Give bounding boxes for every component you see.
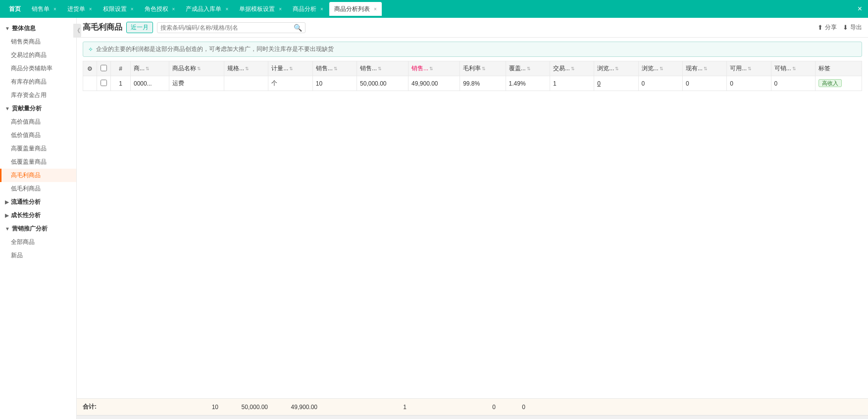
- sidebar: ▼ 整体信息 销售类商品 交易过的商品 商品分类辅助率 有库存的商品 库存资金占…: [0, 18, 77, 419]
- close-all-button[interactable]: ×: [856, 2, 864, 15]
- expand-arrow-icon: ▶: [5, 213, 9, 218]
- sort-icon: ⇅: [615, 66, 619, 71]
- sidebar-item-new-goods[interactable]: 新品: [0, 249, 76, 262]
- row-spec-cell: [224, 76, 268, 91]
- row-code-cell: 0000...: [131, 76, 169, 91]
- row-current-stock-cell: 0: [682, 76, 726, 91]
- sidebar-group-marketing[interactable]: ▼ 营销推广分析: [0, 222, 76, 235]
- select-all-checkbox[interactable]: [101, 65, 107, 71]
- row-coverage-cell: 1.49%: [506, 76, 550, 91]
- close-icon[interactable]: ×: [279, 6, 282, 12]
- nav-tab-product-analysis[interactable]: 商品分析 ×: [288, 2, 328, 16]
- footer-sales-amt: 50,000.00: [221, 404, 271, 411]
- col-header-num: #: [111, 61, 131, 76]
- sort-icon: ⇅: [704, 66, 708, 71]
- sidebar-item-high-coverage[interactable]: 高覆盖量商品: [0, 142, 76, 155]
- close-icon[interactable]: ×: [53, 6, 56, 12]
- col-header-browse2: 浏览... ⇅: [638, 61, 682, 76]
- sidebar-item-low-margin[interactable]: 低毛利商品: [0, 182, 76, 195]
- content-area: 高毛利商品 近一月 🔍 ⬆ 分享 ⬇ 导出 ✧ 企业的主要的利润都是这部分商品创…: [77, 18, 868, 419]
- sidebar-group-growth[interactable]: ▶ 成长性分析: [0, 209, 76, 222]
- row-sales-amt-cell: 50,000.00: [357, 76, 408, 91]
- main-layout: ▼ 整体信息 销售类商品 交易过的商品 商品分类辅助率 有库存的商品 库存资金占…: [0, 18, 868, 419]
- sort-icon: ⇅: [429, 66, 433, 71]
- expand-arrow-icon: ▼: [5, 226, 10, 232]
- sidebar-item-high-margin[interactable]: 高毛利商品: [0, 169, 76, 182]
- data-table: ⚙ # 商... ⇅: [83, 61, 862, 91]
- sort-icon: ⇅: [289, 66, 293, 71]
- nav-tab-home[interactable]: 首页: [4, 2, 26, 16]
- row-sales-qty-cell: 10: [312, 76, 357, 91]
- nav-tab-template[interactable]: 单据模板设置 ×: [234, 2, 287, 16]
- row-checkbox-cell[interactable]: [97, 76, 111, 91]
- sidebar-collapse-button[interactable]: 《: [73, 24, 81, 38]
- close-icon[interactable]: ×: [131, 6, 134, 12]
- nav-tab-sales[interactable]: 销售单 ×: [27, 2, 61, 16]
- close-icon[interactable]: ×: [172, 6, 175, 12]
- footer-available: 0: [499, 404, 528, 411]
- sidebar-item-low-value[interactable]: 低价值商品: [0, 129, 76, 142]
- sidebar-group-contribution[interactable]: ▼ 贡献量分析: [0, 102, 76, 115]
- footer-current-stock: 0: [469, 404, 499, 411]
- horizontal-scrollbar[interactable]: [77, 415, 868, 419]
- nav-tab-role[interactable]: 角色授权 ×: [140, 2, 180, 16]
- table-container[interactable]: ⚙ # 商... ⇅: [83, 61, 862, 398]
- row-trade-cell: 1: [550, 76, 594, 91]
- sort-icon: ⇅: [571, 66, 575, 71]
- row-settings-cell: [83, 76, 97, 91]
- sidebar-item-high-value[interactable]: 高价值商品: [0, 115, 76, 129]
- row-name-cell[interactable]: 运费: [169, 76, 224, 91]
- col-header-sales-amt: 销售... ⇅: [357, 61, 408, 76]
- info-banner: ✧ 企业的主要的利润都是这部分商品创造的，可考虑加大推广，同时关注库存是不要出现…: [83, 42, 862, 57]
- sidebar-item-traded-goods[interactable]: 交易过的商品: [0, 48, 76, 62]
- col-header-sales-profit: 销售... ⇅: [408, 61, 460, 76]
- settings-icon[interactable]: ⚙: [87, 65, 93, 72]
- nav-tab-analysis-list[interactable]: 商品分析列表 ×: [329, 2, 382, 16]
- footer-gross-margin: [320, 404, 350, 411]
- nav-tab-purchase[interactable]: 进货单 ×: [62, 2, 97, 16]
- top-navigation: 首页 销售单 × 进货单 × 权限设置 × 角色授权 × 产成品入库单 × 单据…: [0, 0, 868, 18]
- footer-sales-qty: 10: [182, 404, 221, 411]
- sort-icon: ⇅: [748, 66, 752, 71]
- search-icon[interactable]: 🔍: [294, 24, 302, 32]
- export-button[interactable]: ⬇ 导出: [843, 23, 862, 32]
- filter-month-button[interactable]: 近一月: [126, 22, 153, 33]
- info-icon: ✧: [88, 46, 93, 53]
- sidebar-item-stock-capital[interactable]: 库存资金占用: [0, 89, 76, 102]
- footer-coverage: [350, 404, 380, 411]
- export-icon: ⬇: [843, 24, 848, 31]
- col-header-coverage: 覆盖... ⇅: [506, 61, 550, 76]
- row-checkbox[interactable]: [101, 80, 107, 86]
- row-unit-cell: 个: [268, 76, 312, 91]
- page-title: 高毛利商品: [83, 22, 122, 33]
- sort-icon: ⇅: [527, 66, 531, 71]
- sidebar-item-low-coverage[interactable]: 低覆盖量商品: [0, 155, 76, 169]
- sidebar-group-circulation[interactable]: ▶ 流通性分析: [0, 195, 76, 209]
- row-num-cell: 1: [111, 76, 131, 91]
- share-icon: ⬆: [817, 24, 823, 31]
- col-header-settings[interactable]: ⚙: [83, 61, 97, 76]
- close-icon[interactable]: ×: [320, 6, 323, 12]
- sort-icon: ⇅: [378, 66, 382, 71]
- sidebar-item-in-stock[interactable]: 有库存的商品: [0, 75, 76, 89]
- search-input[interactable]: [160, 24, 292, 31]
- nav-tab-product-in[interactable]: 产成品入库单 ×: [181, 2, 233, 16]
- share-button[interactable]: ⬆ 分享: [817, 23, 837, 32]
- expand-arrow-icon: ▼: [5, 106, 10, 111]
- sidebar-item-all-goods[interactable]: 全部商品: [0, 235, 76, 249]
- row-browse1-cell[interactable]: 0: [594, 76, 638, 91]
- col-header-name: 商品名称 ⇅: [169, 61, 224, 76]
- sort-icon: ⇅: [334, 66, 338, 71]
- footer-browse1: [409, 404, 439, 411]
- col-header-available: 可用... ⇅: [727, 61, 771, 76]
- close-icon[interactable]: ×: [225, 6, 228, 12]
- col-header-trade: 交易... ⇅: [550, 61, 594, 76]
- close-icon[interactable]: ×: [374, 6, 377, 12]
- sidebar-item-sales-goods[interactable]: 销售类商品: [0, 35, 76, 48]
- sort-icon: ⇅: [146, 66, 150, 71]
- col-header-checkbox[interactable]: [97, 61, 111, 76]
- nav-tab-permission[interactable]: 权限设置 ×: [98, 2, 139, 16]
- sidebar-item-category-rate[interactable]: 商品分类辅助率: [0, 62, 76, 75]
- close-icon[interactable]: ×: [89, 6, 92, 12]
- sidebar-group-overall[interactable]: ▼ 整体信息: [0, 22, 76, 35]
